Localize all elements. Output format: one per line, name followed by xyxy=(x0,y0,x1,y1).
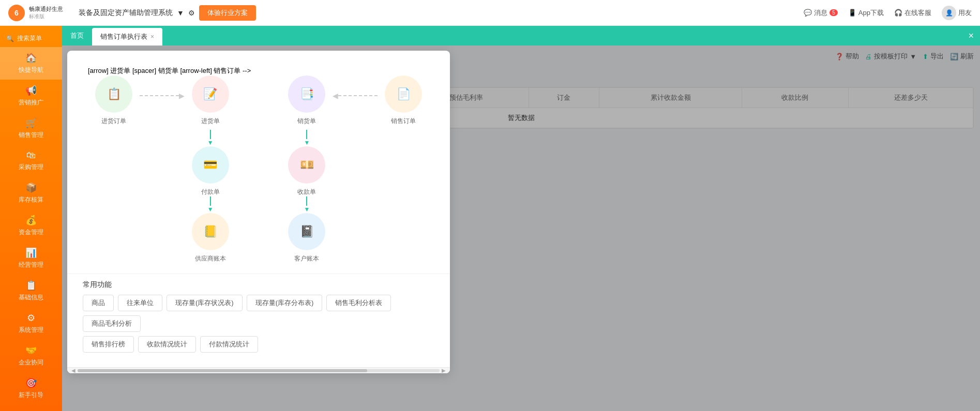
sidebar-item-system[interactable]: ⚙ 系统管理 xyxy=(0,307,62,340)
experience-btn[interactable]: 体验行业方案 xyxy=(199,5,256,21)
content-area: 首页 销售订单执行表 × × ❓ 帮助 🖨 按模板打印 ▼ xyxy=(62,26,980,411)
func-btn-sale-profit[interactable]: 销售毛利分析表 xyxy=(326,295,391,311)
sale-slip-label: 销货单 xyxy=(297,117,316,126)
message-icon: 💬 xyxy=(804,9,812,17)
flow-node-supplier-ledger[interactable]: 📒 供应商账本 xyxy=(185,213,236,263)
tab-home[interactable]: 首页 xyxy=(62,26,92,45)
receipt-icon: 💴 xyxy=(288,146,325,184)
sale-slip-icon: 📑 xyxy=(288,75,325,113)
tab-sale-order[interactable]: 销售订单执行表 × xyxy=(92,28,162,45)
sidebar-item-home[interactable]: 🏠 快捷导航 xyxy=(0,47,62,80)
flow-node-sale-order[interactable]: 📄 销售订单 xyxy=(378,75,429,126)
sidebar-item-label-marketing: 营销推广 xyxy=(19,98,43,107)
flow-node-purchase-order[interactable]: 📋 进货订单 xyxy=(88,75,140,126)
flow-node-purchase-slip[interactable]: 📝 进货单 xyxy=(185,75,236,126)
func-btn-goods-profit[interactable]: 商品毛利分析 xyxy=(83,315,141,332)
message-badge: 5 xyxy=(830,9,838,16)
flow-node-customer-ledger[interactable]: 📓 客户账本 xyxy=(281,213,333,263)
user-area[interactable]: 👤 用友 xyxy=(942,6,972,20)
app-download-btn[interactable]: 📱 App下载 xyxy=(848,8,884,18)
purchase-order-label: 进货订单 xyxy=(101,117,126,126)
system-name: 装备及固定资产辅助管理系统 xyxy=(79,8,173,18)
sales-icon: 🛒 xyxy=(25,117,37,129)
sidebar-item-label-system: 系统管理 xyxy=(19,326,43,334)
flow-node-sale-slip[interactable]: 📑 销货单 xyxy=(281,75,333,126)
home-icon: 🏠 xyxy=(25,52,37,64)
operations-icon: 📊 xyxy=(25,247,37,258)
app-download-label: App下载 xyxy=(858,8,884,18)
sidebar-item-marketing[interactable]: 📢 营销推广 xyxy=(0,80,62,112)
dropdown-icon[interactable]: ▼ xyxy=(177,9,184,17)
sidebar-item-label-inventory: 库存核算 xyxy=(19,195,43,204)
func-btn-payment-stat[interactable]: 付款情况统计 xyxy=(200,336,258,353)
modal-scrollbar[interactable]: ◀ ▶ xyxy=(67,367,450,373)
sidebar-item-guide[interactable]: 🎯 新手引导 xyxy=(0,372,62,405)
flow-node-receipt[interactable]: 💴 收款单 xyxy=(281,146,333,196)
system-title-area: 装备及固定资产辅助管理系统 ▼ ⚙ 体验行业方案 xyxy=(79,5,804,21)
gear-icon[interactable]: ⚙ xyxy=(188,9,195,17)
tab-sale-order-label: 销售订单执行表 xyxy=(100,32,147,41)
marketing-icon: 📢 xyxy=(25,85,37,96)
func-btn-stock-status[interactable]: 现存量(库存状况表) xyxy=(167,295,243,311)
system-icon: ⚙ xyxy=(27,312,35,324)
func-btn-stock-dist[interactable]: 现存量(库存分布表) xyxy=(247,295,323,311)
sidebar-item-sales[interactable]: 🛒 销售管理 xyxy=(0,112,62,145)
sidebar-item-funds[interactable]: 💰 资金管理 xyxy=(0,209,62,242)
sidebar-item-operations[interactable]: 📊 经营管理 xyxy=(0,242,62,275)
sidebar-item-label-guide: 新手引导 xyxy=(19,391,43,400)
logo-area: 6 畅康通好生意 标准版 xyxy=(8,5,70,21)
supplier-ledger-icon: 📒 xyxy=(192,213,229,250)
tab-bar: 首页 销售订单执行表 × × xyxy=(62,26,980,45)
purchase-icon: 🛍 xyxy=(26,150,36,161)
flow-section: [arrow] 进货单 [spacer] 销货单 [arrow-left] 销售… xyxy=(67,51,450,273)
supplier-ledger-label: 供应商账本 xyxy=(195,254,226,263)
headset-icon: 🎧 xyxy=(894,9,902,17)
func-btn-sale-rank[interactable]: 销售排行榜 xyxy=(83,336,134,353)
tab-close-icon[interactable]: × xyxy=(150,33,154,40)
sidebar-item-label-sales: 销售管理 xyxy=(19,131,43,140)
func-buttons-row1: 商品 往来单位 现存量(库存状况表) 现存量(库存分布表) 销售毛利分析表 商品… xyxy=(83,295,434,332)
sidebar-item-label-funds: 资金管理 xyxy=(19,228,43,237)
guide-icon: 🎯 xyxy=(25,377,37,389)
user-name: 用友 xyxy=(958,8,972,18)
customer-ledger-icon: 📓 xyxy=(288,213,325,250)
message-btn[interactable]: 💬 消息 5 xyxy=(804,8,838,18)
tab-home-label: 首页 xyxy=(70,31,84,40)
purchase-slip-icon: 📝 xyxy=(192,75,229,113)
sidebar-item-collab[interactable]: 🤝 企业协同 xyxy=(0,340,62,372)
close-all-btn[interactable]: × xyxy=(968,31,974,41)
collab-icon: 🤝 xyxy=(25,345,37,356)
scroll-track[interactable] xyxy=(78,369,440,372)
online-service-btn[interactable]: 🎧 在线客服 xyxy=(894,8,931,18)
common-title: 常用功能 xyxy=(83,274,434,295)
payment-icon: 💳 xyxy=(192,146,229,184)
func-btn-goods[interactable]: 商品 xyxy=(83,295,114,311)
sidebar: 🔍 搜索菜单 🏠 快捷导航 📢 营销推广 🛒 销售管理 🛍 采购管理 📦 库存核… xyxy=(0,26,62,411)
sale-order-icon: 📄 xyxy=(385,75,422,113)
online-service-label: 在线客服 xyxy=(904,8,931,18)
sidebar-item-basic[interactable]: 📋 基础信息 xyxy=(0,275,62,307)
inventory-icon: 📦 xyxy=(25,182,37,193)
func-btn-partner[interactable]: 往来单位 xyxy=(118,295,162,311)
sidebar-item-label-basic: 基础信息 xyxy=(19,293,43,302)
purchase-slip-label: 进货单 xyxy=(201,117,220,126)
funds-icon: 💰 xyxy=(25,215,37,226)
payment-label: 付款单 xyxy=(201,188,220,196)
tab-bar-end: × xyxy=(968,26,980,45)
sidebar-item-purchase[interactable]: 🛍 采购管理 xyxy=(0,145,62,177)
flow-node-payment[interactable]: 💳 付款单 xyxy=(185,146,236,196)
common-section: 常用功能 商品 往来单位 现存量(库存状况表) 现存量(库存分布表) 销售毛利分… xyxy=(67,273,450,367)
search-label: 搜索菜单 xyxy=(17,34,42,43)
scroll-left-arrow[interactable]: ◀ xyxy=(69,368,78,373)
sidebar-item-inventory[interactable]: 📦 库存核算 xyxy=(0,177,62,209)
page-content: ❓ 帮助 🖨 按模板打印 ▼ ⬆ 导出 🔄 刷新 xyxy=(62,45,980,411)
logo-sub: 标准版 xyxy=(29,13,63,20)
basic-icon: 📋 xyxy=(25,280,37,291)
sidebar-search[interactable]: 🔍 搜索菜单 xyxy=(0,30,62,47)
func-btn-receipt-stat[interactable]: 收款情况统计 xyxy=(138,336,196,353)
modal: [arrow] 进货单 [spacer] 销货单 [arrow-left] 销售… xyxy=(67,51,450,373)
sidebar-item-label-operations: 经营管理 xyxy=(19,261,43,269)
scroll-right-arrow[interactable]: ▶ xyxy=(440,368,448,373)
customer-ledger-label: 客户账本 xyxy=(294,254,319,263)
scroll-thumb xyxy=(78,369,367,372)
